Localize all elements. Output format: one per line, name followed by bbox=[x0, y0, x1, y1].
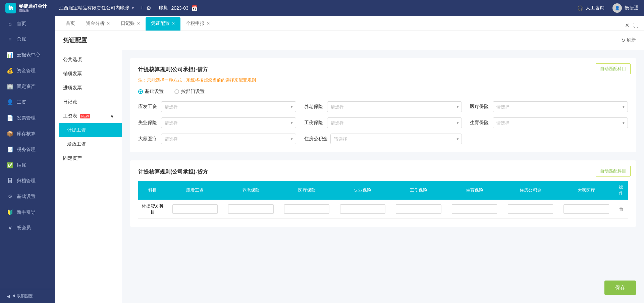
tab-close-journal[interactable]: ✕ bbox=[137, 21, 140, 26]
cancel-pin-button[interactable]: ◀ ◀ 取消固定 bbox=[0, 289, 55, 303]
tab-voucher[interactable]: 凭证配置 ✕ bbox=[146, 17, 180, 31]
sidebar-item-member[interactable]: V 畅会员 bbox=[0, 220, 55, 236]
auto-match-debit-button[interactable]: 自动匹配科目 bbox=[596, 63, 631, 74]
avatar: 👤 bbox=[612, 3, 622, 13]
radio-dept[interactable]: 按部门设置 bbox=[174, 89, 205, 95]
spacer bbox=[130, 235, 636, 255]
settings-side-icon: ⚙ bbox=[7, 193, 13, 200]
logo-icon: 畅 bbox=[5, 3, 16, 13]
sidebar-item-inventory[interactable]: 📦 库存核算 bbox=[0, 126, 55, 142]
radio-basic-circle bbox=[138, 89, 143, 94]
tab-home[interactable]: 首页 bbox=[60, 17, 80, 31]
input-shiye[interactable] bbox=[340, 204, 386, 214]
sidebar-item-reports[interactable]: 📊 云报表中心 bbox=[0, 47, 55, 63]
th-gongshang: 工伤保险 bbox=[391, 181, 447, 200]
inventory-icon: 📦 bbox=[7, 131, 13, 137]
company-dropdown-icon: ▼ bbox=[131, 6, 135, 10]
delete-row-button[interactable]: 🗑 bbox=[619, 206, 624, 212]
payroll-icon: 👤 bbox=[7, 99, 13, 105]
pin-icon: ◀ bbox=[7, 294, 10, 299]
sidebar-item-guide[interactable]: 🔰 新手引导 bbox=[0, 204, 55, 220]
checkout-icon: ✅ bbox=[7, 162, 13, 168]
company-selector[interactable]: 江西服宝精品有限责任公司内账张 ▼ bbox=[59, 5, 135, 11]
nav-sales[interactable]: 销项发票 bbox=[55, 67, 122, 81]
sidebar-item-archive[interactable]: 🗄 归档管理 bbox=[0, 173, 55, 189]
save-button[interactable]: 保存 bbox=[604, 281, 636, 295]
select-yingfa[interactable]: 请选择 bbox=[161, 101, 296, 112]
select-shengyu[interactable]: 请选择 bbox=[493, 117, 628, 128]
tab-expand-icon[interactable]: ⛶ bbox=[633, 22, 639, 29]
add-button[interactable]: + bbox=[140, 5, 144, 12]
sidebar-item-tax[interactable]: 🧾 税务管理 bbox=[0, 142, 55, 157]
home-icon: ⌂ bbox=[7, 21, 13, 27]
archive-icon: 🗄 bbox=[7, 178, 13, 184]
cell-gongshang bbox=[391, 200, 447, 219]
select-yanglao[interactable]: 请选择 bbox=[327, 101, 462, 112]
section1-title: 计提核算规则(公司承担)-借方 bbox=[138, 66, 628, 73]
period-selector[interactable]: 账期 2023-03 📅 bbox=[159, 5, 198, 11]
tax-icon: 🧾 bbox=[7, 146, 13, 153]
nav-payroll-group[interactable]: 工资表 NEW ∨ bbox=[55, 109, 122, 123]
auto-match-credit-button[interactable]: 自动匹配科目 bbox=[596, 166, 631, 176]
nav-calculate[interactable]: 计提工资 bbox=[59, 123, 122, 137]
new-badge: NEW bbox=[80, 114, 90, 118]
sidebar-item-label: 资金管理 bbox=[17, 68, 36, 74]
select-shiye[interactable]: 请选择 bbox=[161, 117, 296, 128]
content-area: 首页 资金分析 ✕ 日记账 ✕ 凭证配置 ✕ 个税申报 ✕ ✕ ⛶ bbox=[55, 16, 644, 303]
sidebar-item-fund[interactable]: 💰 资金管理 bbox=[0, 63, 55, 79]
form-item-gongshang: 工伤保险 请选择 ▼ bbox=[304, 117, 462, 128]
sidebar-item-invoice[interactable]: 📄 发票管理 bbox=[0, 110, 55, 126]
select-yanglao-wrapper: 请选择 ▼ bbox=[327, 101, 462, 112]
input-yiliao[interactable] bbox=[284, 204, 330, 214]
form-item-zhufang: 住房公积金 请选择 ▼ bbox=[304, 134, 462, 144]
section2-title: 计提核算规则(公司承担)-贷方 bbox=[138, 168, 628, 175]
sidebar-item-checkout[interactable]: ✅ 结账 bbox=[0, 157, 55, 173]
app-edition: 旗舰版 bbox=[19, 9, 47, 13]
member-icon: V bbox=[7, 225, 13, 231]
input-shengyu[interactable] bbox=[452, 204, 497, 214]
tab-close-icon[interactable]: ✕ bbox=[625, 22, 629, 29]
refresh-button[interactable]: ↻ 刷新 bbox=[621, 37, 636, 43]
sidebar-item-assets[interactable]: 🏢 固定资产 bbox=[0, 79, 55, 94]
input-zhufang[interactable] bbox=[508, 204, 553, 214]
nav-purchase[interactable]: 进项发票 bbox=[55, 81, 122, 95]
radio-basic[interactable]: 基础设置 bbox=[138, 89, 164, 95]
fund-icon: 💰 bbox=[7, 67, 13, 74]
select-zhufang[interactable]: 请选择 bbox=[330, 134, 462, 144]
nav-journal[interactable]: 日记账 bbox=[55, 95, 122, 109]
sidebar-item-ledger[interactable]: ≡ 总账 bbox=[0, 32, 55, 47]
nav-public[interactable]: 公共选项 bbox=[55, 53, 122, 67]
th-zhufang: 住房公积金 bbox=[502, 181, 558, 200]
form-item-shiye: 失业保险 请选择 ▼ bbox=[138, 117, 296, 128]
tab-fund[interactable]: 资金分析 ✕ bbox=[80, 17, 115, 31]
input-gongshang[interactable] bbox=[396, 204, 441, 214]
consult-button[interactable]: 🎧 人工咨询 bbox=[577, 5, 604, 11]
select-gongshang[interactable]: 请选择 bbox=[327, 117, 462, 128]
settings-icon[interactable]: ⚙ bbox=[146, 5, 151, 11]
select-yiliao[interactable]: 请选择 bbox=[493, 101, 628, 112]
sidebar-item-home[interactable]: ⌂ 首页 bbox=[0, 16, 55, 32]
tab-journal[interactable]: 日记账 ✕ bbox=[115, 17, 146, 31]
input-yingfa[interactable] bbox=[172, 204, 218, 214]
assets-icon: 🏢 bbox=[7, 83, 13, 90]
right-content: 自动匹配科目 计提核算规则(公司承担)-借方 注：只能选择一种方式，系统将按照您… bbox=[122, 50, 644, 303]
sidebar-item-payroll[interactable]: 👤 工资 bbox=[0, 94, 55, 110]
tab-tax[interactable]: 个税申报 ✕ bbox=[180, 17, 215, 31]
th-kemu: 科目 bbox=[138, 181, 167, 200]
credit-section: 自动匹配科目 计提核算规则(公司承担)-贷方 科目 应发工资 养老保险 医疗保险 bbox=[130, 160, 636, 227]
sidebar-item-label: 结账 bbox=[17, 162, 26, 168]
sidebar-item-label: 基础设置 bbox=[17, 194, 36, 200]
nav-pay[interactable]: 发放工资 bbox=[59, 137, 122, 151]
select-daeyiliao[interactable]: 请选择 bbox=[161, 134, 296, 144]
nav-fixed-assets[interactable]: 固定资产 bbox=[55, 151, 122, 165]
input-yanglao[interactable] bbox=[228, 204, 274, 214]
sidebar-item-settings[interactable]: ⚙ 基础设置 bbox=[0, 189, 55, 204]
input-daeyiliao[interactable] bbox=[564, 204, 609, 214]
label-shengyu: 生育保险 bbox=[470, 120, 490, 126]
user-menu[interactable]: 👤 畅捷通 bbox=[612, 3, 639, 13]
radio-group: 基础设置 按部门设置 bbox=[138, 89, 628, 95]
tab-close-fund[interactable]: ✕ bbox=[107, 21, 110, 26]
tab-close-tax[interactable]: ✕ bbox=[207, 21, 210, 26]
tab-close-voucher[interactable]: ✕ bbox=[172, 21, 175, 26]
select-yingfa-wrapper: 请选择 ▼ bbox=[161, 101, 296, 112]
